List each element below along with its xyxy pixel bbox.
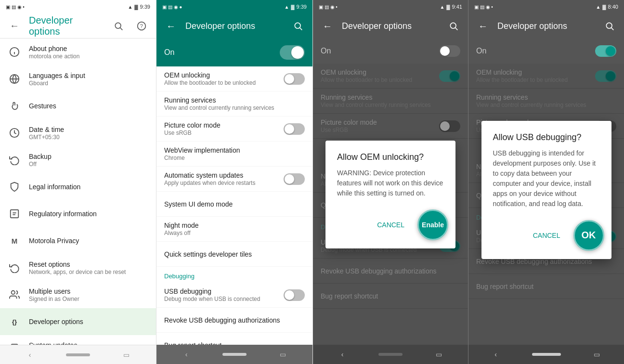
nav-recents-1[interactable]: ▭ [119, 350, 133, 360]
usb-cancel-button[interactable]: Cancel [525, 228, 568, 243]
oem-dialog-title: Allow OEM unlocking? [337, 152, 444, 162]
back-button-2[interactable]: ← [162, 17, 180, 35]
nav-back-4[interactable]: ‹ [489, 350, 503, 359]
dev-on-toggle[interactable] [280, 45, 305, 60]
nav-home-1[interactable] [66, 353, 90, 356]
svg-point-17 [450, 23, 456, 28]
usb-dialog-body: USB debugging is intended for developmen… [493, 148, 600, 209]
demo-title: System UI demo mode [164, 200, 305, 208]
sidebar-item-users[interactable]: Multiple users Signed in as Owner [0, 281, 156, 308]
gestures-title: Gestures [29, 102, 148, 110]
back-button-3[interactable]: ← [319, 17, 336, 35]
dev-item-running[interactable]: Running services View and control curren… [156, 91, 312, 117]
sidebar-item-languages[interactable]: Languages & input Gboard [0, 65, 156, 92]
usb-subtitle: Debug mode when USB is connected [164, 296, 284, 302]
users-text: Multiple users Signed in as Owner [29, 287, 148, 302]
nav-home-3[interactable] [378, 353, 403, 356]
svg-point-12 [12, 291, 15, 294]
dev-item-demo[interactable]: System UI demo mode [156, 192, 312, 217]
dev-item-usb[interactable]: USB debugging Debug mode when USB is con… [156, 283, 312, 308]
info-icon [8, 45, 21, 59]
sidebar-item-datetime[interactable]: Date & time GMT+05:30 [0, 119, 156, 146]
dev-item-webview[interactable]: WebView implementation Chrome [156, 142, 312, 167]
motorola-privacy-title: Motorola Privacy [29, 237, 148, 245]
webview-text: WebView implementation Chrome [164, 146, 305, 161]
nav-back-3[interactable]: ‹ [335, 350, 350, 359]
about-phone-subtitle: motorola one action [29, 53, 148, 60]
sidebar-item-backup[interactable]: Backup Off [0, 146, 156, 173]
oem-thumb [285, 74, 294, 84]
nav-bar-1: ‹ ▭ [0, 345, 156, 364]
oem-toggle[interactable] [284, 73, 305, 85]
oem-cancel-button[interactable]: Cancel [369, 217, 412, 233]
oem-enable-button[interactable]: Enable [417, 209, 448, 240]
sidebar-item-legal[interactable]: Legal information [0, 173, 156, 200]
gray-content-4: OEM unlocking Allow the bootloader to be… [468, 64, 624, 345]
backup-icon [8, 153, 21, 167]
search-button-3[interactable] [445, 17, 462, 35]
dev-on-toggle-3[interactable] [439, 45, 460, 57]
dev-on-row[interactable]: On [156, 39, 312, 66]
datetime-text: Date & time GMT+05:30 [29, 126, 148, 141]
reset-text: Reset options Network, apps, or device c… [29, 260, 148, 275]
sidebar-item-system-updates[interactable]: System updates Updated to Android 9 [0, 335, 156, 345]
search-button-2[interactable] [289, 17, 307, 35]
regulatory-text: Regulatory information [29, 210, 148, 218]
usb-text: USB debugging Debug mode when USB is con… [164, 287, 284, 302]
sidebar-item-regulatory[interactable]: Regulatory information [0, 200, 156, 227]
sidebar-item-reset[interactable]: Reset options Network, apps, or device c… [0, 254, 156, 281]
toolbar-4: ← Developer options [468, 13, 624, 39]
dev-item-picture[interactable]: Picture color mode Use sRGB [156, 117, 312, 142]
sidebar-item-gestures[interactable]: Gestures [0, 92, 156, 119]
back-button-4[interactable]: ← [474, 17, 492, 35]
battery-icon-4: ▓ [602, 4, 606, 10]
sidebar-item-developer[interactable]: {} Developer options [0, 308, 156, 335]
svg-point-19 [606, 23, 612, 28]
search-button-4[interactable] [601, 17, 618, 35]
dev-item-night[interactable]: Night mode Always off [156, 217, 312, 242]
night-text: Night mode Always off [164, 221, 305, 236]
dev-on-thumb-4 [606, 46, 615, 56]
status-bar-2: ▣ ▤ ◉ ● ▲ ▓ 9:39 [156, 0, 312, 13]
nav-recents-4[interactable]: ▭ [590, 350, 604, 359]
nav-home-4[interactable] [532, 353, 561, 356]
back-button[interactable]: ← [6, 17, 23, 35]
nav-recents-3[interactable]: ▭ [431, 350, 446, 359]
status-icons-left-2: ▣ ▤ ◉ ● [162, 4, 182, 10]
svg-point-15 [295, 23, 300, 28]
nav-home-2[interactable] [222, 353, 247, 356]
status-icons-left-3: ▣ ▤ ◉ • [319, 4, 338, 10]
night-title: Night mode [164, 221, 305, 229]
picture-toggle[interactable] [284, 123, 305, 135]
dev-on-toggle-4[interactable] [595, 45, 616, 57]
dev-on-row-3[interactable]: On [313, 39, 468, 64]
search-button-1[interactable] [110, 17, 127, 35]
battery-icon-3: ▓ [446, 4, 450, 10]
usb-toggle[interactable] [284, 289, 305, 301]
nav-bar-3: ‹ ▭ [313, 345, 468, 364]
dev-item-bug-report[interactable]: Bug report shortcut [156, 333, 312, 345]
status-icons-right-2: ▲ ▓ 9:39 [284, 4, 307, 10]
system-updates-text: System updates Updated to Android 9 [29, 341, 148, 345]
dev-item-oem[interactable]: OEM unlocking Allow the bootloader to be… [156, 66, 312, 91]
picture-text: Picture color mode Use sRGB [164, 121, 284, 136]
dev-on-row-4[interactable]: On [468, 39, 624, 64]
status-icons-right-4: ▲ ▓ 8:40 [596, 4, 618, 10]
nav-back-1[interactable]: ‹ [23, 350, 37, 360]
help-button[interactable]: ? [133, 17, 150, 35]
auto-updates-toggle[interactable] [284, 173, 305, 185]
picture-title: Picture color mode [164, 121, 284, 129]
dev-item-auto-updates[interactable]: Automatic system updates Apply updates w… [156, 167, 312, 192]
oem-dialog-body: WARNING: Device protection features will… [337, 168, 444, 198]
sidebar-item-motorola-privacy[interactable]: M Motorola Privacy [0, 227, 156, 254]
nav-recents-2[interactable]: ▭ [275, 350, 290, 359]
dev-options-list: OEM unlocking Allow the bootloader to be… [156, 66, 312, 345]
reset-icon [8, 261, 21, 274]
usb-ok-button[interactable]: OK [573, 220, 604, 251]
dev-item-quick-settings[interactable]: Quick settings developer tiles [156, 242, 312, 267]
users-title: Multiple users [29, 287, 148, 295]
sidebar-item-about[interactable]: About phone motorola one action [0, 39, 156, 65]
dev-item-revoke[interactable]: Revoke USB debugging authorizations [156, 308, 312, 333]
dev-on-thumb [291, 46, 304, 59]
nav-back-2[interactable]: ‹ [179, 350, 194, 359]
